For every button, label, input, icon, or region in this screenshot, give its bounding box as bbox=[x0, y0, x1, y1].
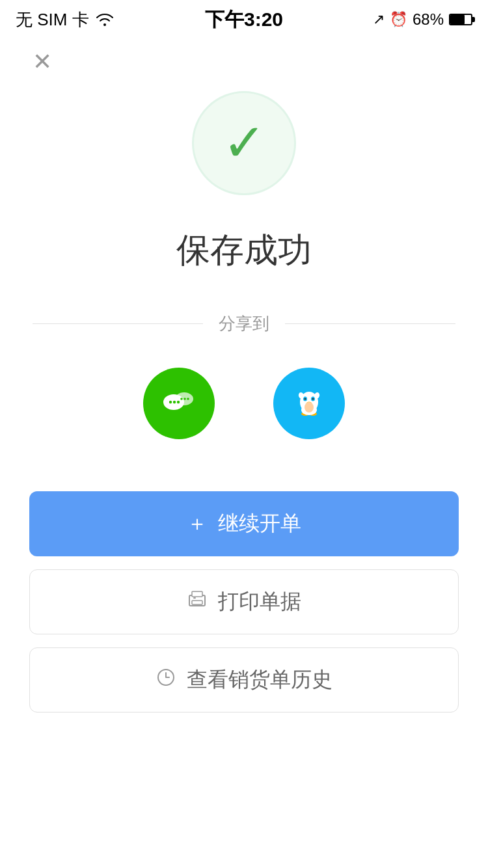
history-button[interactable]: 查看销货单历史 bbox=[29, 647, 459, 712]
battery-icon bbox=[449, 14, 472, 25]
history-icon bbox=[156, 667, 176, 693]
status-bar: 无 SIM 卡 下午3:20 ↗ ⏰ 68% bbox=[0, 0, 488, 39]
share-divider: 分享到 bbox=[0, 312, 488, 335]
action-buttons: ＋ 继续开单 打印单据 查看销货单历史 bbox=[29, 491, 459, 712]
svg-point-5 bbox=[180, 398, 183, 400]
alarm-icon: ⏰ bbox=[390, 11, 407, 28]
divider-right bbox=[285, 323, 455, 324]
svg-point-6 bbox=[183, 398, 186, 400]
svg-point-12 bbox=[312, 398, 314, 400]
carrier-text: 无 SIM 卡 bbox=[16, 8, 89, 31]
print-label: 打印单据 bbox=[218, 588, 301, 616]
close-button[interactable]: ✕ bbox=[26, 46, 59, 78]
wechat-svg-icon bbox=[158, 383, 200, 424]
svg-rect-22 bbox=[192, 601, 202, 604]
success-title: 保存成功 bbox=[176, 228, 312, 273]
svg-point-11 bbox=[305, 398, 306, 400]
print-button[interactable]: 打印单据 bbox=[29, 569, 459, 634]
status-time: 下午3:20 bbox=[205, 7, 283, 33]
svg-point-7 bbox=[187, 398, 189, 400]
svg-point-19 bbox=[305, 402, 314, 413]
svg-point-3 bbox=[173, 401, 176, 403]
print-icon bbox=[187, 589, 208, 615]
svg-point-4 bbox=[177, 401, 180, 403]
continue-button[interactable]: ＋ 继续开单 bbox=[29, 491, 459, 556]
svg-point-2 bbox=[169, 401, 172, 403]
divider-left bbox=[33, 323, 203, 324]
wechat-share-button[interactable] bbox=[143, 368, 215, 439]
status-right: ↗ ⏰ 68% bbox=[373, 10, 472, 29]
continue-icon: ＋ bbox=[187, 509, 208, 538]
share-label: 分享到 bbox=[203, 312, 285, 335]
history-label: 查看销货单历史 bbox=[187, 666, 332, 694]
location-icon: ↗ bbox=[373, 11, 385, 28]
battery-percent: 68% bbox=[413, 10, 444, 29]
success-circle: ✓ bbox=[192, 91, 296, 195]
qq-share-button[interactable] bbox=[273, 368, 345, 439]
main-content: ✓ 保存成功 分享到 bbox=[0, 39, 488, 712]
continue-label: 继续开单 bbox=[218, 509, 301, 538]
svg-rect-23 bbox=[193, 597, 196, 599]
close-icon: ✕ bbox=[33, 50, 52, 74]
wifi-icon bbox=[96, 13, 114, 26]
svg-rect-21 bbox=[192, 591, 202, 597]
status-left: 无 SIM 卡 bbox=[16, 8, 114, 31]
share-icons bbox=[143, 368, 345, 439]
checkmark-icon: ✓ bbox=[223, 117, 266, 169]
share-section: 分享到 bbox=[0, 312, 488, 335]
qq-svg-icon bbox=[290, 384, 329, 423]
